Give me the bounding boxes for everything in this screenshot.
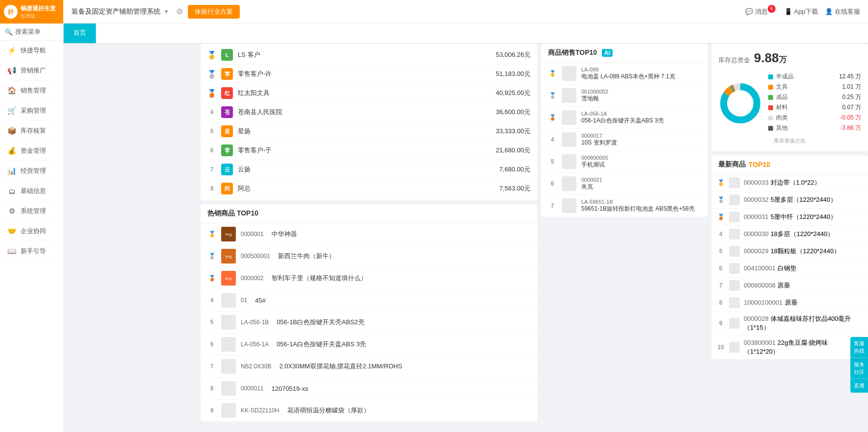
product-image <box>729 194 740 205</box>
online-service-label: 在线客服 <box>835 7 860 16</box>
product-image <box>729 342 740 353</box>
product-name: 夹克 <box>581 183 602 191</box>
search-icon: 🔍 <box>5 28 13 36</box>
product-name: 5厘多层（1220*2440） <box>771 196 837 203</box>
list-item: 5 LA-056-1B 056-1B白色按键开关壳ABS2壳 <box>201 312 537 334</box>
list-item: 4 01 45# <box>201 289 537 312</box>
product-code: 0000017 <box>581 133 617 139</box>
home-tab[interactable]: 首页 <box>64 24 96 43</box>
product-code: 0000028 <box>744 315 769 322</box>
dropdown-arrow-icon[interactable]: ▼ <box>163 8 169 15</box>
service-community-btn[interactable]: 服务社区 <box>850 358 868 379</box>
product-code: LA-056-1A <box>581 111 664 117</box>
sidebar-item-enterprise[interactable]: 🤝 企业协同 <box>0 221 63 241</box>
list-item: 🥉 LA-056-1A 056-1A白色按键开关盖ABS 3壳 <box>541 107 708 129</box>
table-row: 🥇 L LS 客户 53,006.26元 <box>201 46 537 65</box>
legend-label: 材料 <box>776 103 788 112</box>
customer-name: 零售客户-许 <box>238 70 491 78</box>
product-name: 18颗粒板（1220*2440） <box>771 247 840 255</box>
avatar: 零 <box>221 144 233 156</box>
sidebar-item-marketing[interactable]: 📢 营销推广 <box>0 61 63 81</box>
medal-icon-3: 🥉 <box>207 89 216 97</box>
product-name: 智利车子里（规格不知道填什么） <box>272 274 367 283</box>
product-code: 0000031 <box>744 213 769 220</box>
list-item: 9 KK-SD22110H 花语萌恒温分糖罐袋（厚款） <box>201 400 537 422</box>
sidebar-item-sales[interactable]: 🏠 销售管理 <box>0 81 63 101</box>
finance-icon: 💰 <box>7 146 17 155</box>
product-image <box>729 246 740 257</box>
live-btn[interactable]: 直播 <box>850 379 868 393</box>
donut-svg <box>718 81 762 125</box>
logo-text-main: 畅捷通好生意 <box>21 4 56 13</box>
product-image: img <box>221 227 236 241</box>
list-item: 6 0000021 夹克 <box>541 173 708 195</box>
product-code: LA-089 <box>581 67 675 72</box>
sidebar-item-quick-nav[interactable]: ⚡ 快捷导航 <box>0 41 63 61</box>
sidebar-item-guide[interactable]: 📖 新手引导 <box>0 241 63 262</box>
hot-products-header: 热销商品 TOP10 <box>201 204 537 223</box>
message-badge: 6 <box>768 5 776 13</box>
app-download-btn[interactable]: 📱 App下载 <box>784 7 818 16</box>
rank-number: 7 <box>548 202 557 209</box>
product-name: 花语萌恒温分糖罐袋（厚款） <box>287 406 370 415</box>
product-image <box>729 297 740 308</box>
list-item: 🥈 00000325厘多层（1220*2440） <box>711 192 868 209</box>
table-row: 6 零 零售客户-于 21,680.00元 <box>201 141 537 160</box>
customer-name: 红太阳文具 <box>238 89 491 97</box>
product-name: 雪地靴 <box>581 95 608 103</box>
legend-value: 1.01 万 <box>842 83 861 91</box>
customer-service-btn[interactable]: 客服热线 <box>850 337 868 358</box>
content-area: 🥇 L LS 客户 53,006.26元 🥈 零 零售客户-许 51,183.0… <box>64 44 868 432</box>
rank-number: 🥇 <box>548 70 557 77</box>
donut-chart <box>718 81 762 125</box>
system-title: 装备及固定资产辅助管理系统 <box>71 7 160 16</box>
sidebar-item-basics[interactable]: 🗂 基础信息 <box>0 181 63 201</box>
logo-text: 畅捷通好生意 标准版 <box>21 4 56 20</box>
online-service-btn[interactable]: 👤 在线客服 <box>825 7 860 16</box>
sidebar-item-inventory[interactable]: 📦 库存核算 <box>0 121 63 141</box>
medal-icon-1: 🥇 <box>207 50 216 59</box>
sidebar-item-label: 基础信息 <box>21 187 46 195</box>
product-code: LA-59651-1B <box>581 199 695 205</box>
sidebar-item-management[interactable]: 📊 经营管理 <box>0 161 63 181</box>
product-info: 00000325厘多层（1220*2440） <box>744 195 837 204</box>
product-name: 18多层（1220*2440） <box>771 230 834 238</box>
sidebar-item-finance[interactable]: 💰 资金管理 <box>0 141 63 161</box>
avatar: 阿 <box>221 183 233 194</box>
product-info: 000002918颗粒板（1220*2440） <box>744 247 840 256</box>
sidebar-item-label: 资金管理 <box>21 146 46 155</box>
sidebar-item-label: 销售管理 <box>21 86 46 95</box>
quick-nav-icon: ⚡ <box>7 46 17 55</box>
list-item: 5 000800005 手机测试 <box>541 151 708 173</box>
legend-dot <box>768 105 773 110</box>
sidebar-item-purchase[interactable]: 🛒 采购管理 <box>0 101 63 121</box>
customer-name: 零售客户-于 <box>238 146 491 155</box>
product-image <box>562 88 576 103</box>
product-name: 10S 变刹罗渡 <box>581 139 617 147</box>
message-btn[interactable]: 💬 消息 6 <box>745 7 777 16</box>
customer-name: 苍南县人民医院 <box>238 108 491 117</box>
product-name: 056-1A白色按键开关盖ABS 3壳 <box>276 340 366 349</box>
left-panel <box>64 44 201 432</box>
new-products-list: 🥇 0000033封边带（1.0*22） 🥈 00000325厘多层（1220*… <box>711 174 868 360</box>
product-code: LA-056-1B <box>241 319 269 326</box>
search-menu-item[interactable]: 🔍 搜索菜单 <box>0 24 63 41</box>
trial-btn[interactable]: 体验行业方案 <box>188 5 240 19</box>
search-menu-label: 搜索菜单 <box>15 27 41 36</box>
sidebar-item-system[interactable]: ⚙ 系统管理 <box>0 201 63 221</box>
product-name: 原垂 <box>785 299 798 306</box>
table-row: 8 阿 阿总 7,563.00元 <box>201 179 537 198</box>
marketing-icon: 📢 <box>7 66 17 75</box>
product-image <box>221 403 236 418</box>
rank-number: 9 <box>716 320 725 327</box>
settings-icon[interactable]: ⚙ <box>176 7 183 16</box>
product-code: 0000030 <box>744 230 769 238</box>
inventory-value: 9.88万 <box>754 50 787 66</box>
list-item: 7 LA-59651-1B 59651-1B旋转投影灯电池盒 ABS黑色+58壳 <box>541 195 708 217</box>
customer-top10-card: 🥇 L LS 客户 53,006.26元 🥈 零 零售客户-许 51,183.0… <box>201 44 537 200</box>
customer-amount: 7,680.00元 <box>499 165 530 174</box>
phone-icon: 📱 <box>784 8 792 15</box>
legend-value: 12.45 万 <box>839 72 861 81</box>
header-right: 💬 消息 6 📱 App下载 👤 在线客服 <box>745 7 860 16</box>
avatar: 星 <box>221 125 233 137</box>
